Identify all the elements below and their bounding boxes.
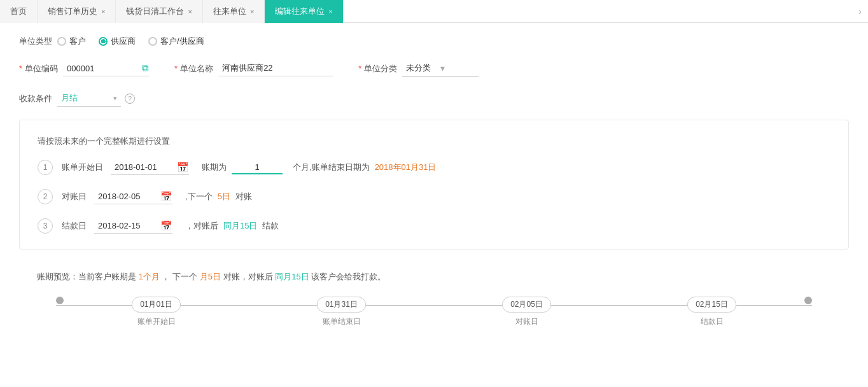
unit-type-label: 单位类型: [19, 36, 52, 47]
tab-sales-history[interactable]: 销售订单历史 ×: [38, 0, 116, 23]
preview-label: 账期预览：当前客户账期是: [37, 272, 136, 281]
step-3-desc-highlight: 同月15日: [223, 220, 257, 232]
unit-code-input-wrap: ⧉: [63, 61, 149, 76]
payment-condition-row: 收款条件 月结 ▾ ?: [19, 90, 849, 107]
radio-supplier-label: 供应商: [111, 36, 136, 47]
payment-condition-dropdown[interactable]: 月结 ▾: [57, 90, 121, 107]
arrow-right-icon: ›: [858, 6, 862, 17]
step-2-num: 2: [38, 189, 53, 204]
unit-name-label: 单位名称: [180, 63, 213, 74]
tab-bar: 首页 销售订单历史 × 钱货日清工作台 × 往来单位 × 编辑往来单位 × ›: [0, 0, 868, 23]
step-1-date-input[interactable]: [111, 160, 174, 174]
timeline: 01月01日 账单开始日 01月31日 账单结束日 02月05日 对账日 02月…: [37, 297, 831, 327]
tab-home[interactable]: 首页: [0, 0, 38, 23]
preview-payment-date: 同月15日: [275, 272, 309, 281]
unit-name-star: *: [174, 64, 178, 73]
step-3-date-input[interactable]: [94, 218, 158, 233]
unit-type-radio-group: 客户 供应商 客户/供应商: [57, 36, 204, 47]
preview-sep1: ，: [162, 272, 170, 281]
timeline-end-dot: [804, 297, 812, 308]
tab-partners-label: 往来单位: [213, 6, 246, 17]
preview-next-prefix: 下一个: [172, 272, 197, 281]
radio-customer-circle: [57, 37, 66, 46]
payment-condition-value: 月结: [61, 92, 111, 104]
timeline-label-2: 账单结束日: [323, 316, 361, 327]
step-1-row: 1 账单开始日 📅 账期为 个月,账单结束日期为 2018年01月31日: [38, 160, 830, 175]
step-1-label: 账单开始日: [62, 162, 103, 173]
unit-code-label: 单位编码: [25, 63, 58, 74]
timeline-end-circle: [804, 297, 812, 304]
radio-customer-label: 客户: [69, 36, 86, 47]
tab-sales-history-label: 销售订单历史: [48, 6, 97, 17]
tab-edit-partner-label: 编辑往来单位: [275, 6, 325, 17]
payment-condition-label: 收款条件: [19, 93, 52, 104]
radio-supplier[interactable]: 供应商: [99, 36, 136, 47]
unit-code-group: * 单位编码 ⧉: [19, 61, 149, 76]
tab-more-arrow[interactable]: ›: [852, 0, 868, 22]
preview-text: 账期预览：当前客户账期是 1个月 ， 下一个 月5日 对账，对账后 同月15日 …: [37, 271, 831, 283]
step-2-date-input[interactable]: [94, 189, 158, 204]
timeline-label-3: 对账日: [515, 316, 538, 327]
timeline-node-1: 01月01日: [132, 297, 181, 313]
timeline-node-2: 01月31日: [317, 297, 366, 313]
tab-sales-history-close[interactable]: ×: [101, 8, 105, 15]
preview-section: 账期预览：当前客户账期是 1个月 ， 下一个 月5日 对账，对账后 同月15日 …: [19, 261, 849, 337]
step-2-desc-after: 对账: [235, 191, 252, 202]
timeline-point-3: 02月05日 对账日: [434, 297, 619, 327]
timeline-point-1: 01月01日 账单开始日: [64, 297, 249, 327]
tab-cashflow-label: 钱货日清工作台: [126, 6, 184, 17]
step-1-num: 1: [38, 160, 53, 175]
timeline-point-4: 02月15日 结款日: [619, 297, 804, 327]
step-1-middle-text: 账期为: [202, 162, 227, 173]
unit-classify-value: 未分类: [406, 62, 440, 74]
step-1-date-wrap: 📅: [111, 160, 189, 175]
step-2-desc-highlight: 5日: [218, 191, 230, 202]
preview-period: 1个月: [139, 272, 160, 281]
step-3-label: 结款日: [62, 220, 87, 232]
unit-name-input[interactable]: [218, 61, 333, 76]
code-name-classify-row: * 单位编码 ⧉ * 单位名称 * 单位分类 未分类 ▾: [19, 60, 849, 77]
tab-cashflow-close[interactable]: ×: [188, 8, 192, 15]
step-2-desc-before: ,下一个: [185, 191, 213, 202]
tab-partners[interactable]: 往来单位 ×: [203, 0, 265, 23]
step-1-calendar-icon[interactable]: 📅: [177, 162, 189, 173]
step-2-date-wrap: 📅: [94, 189, 172, 204]
step-3-desc-after: 结款: [262, 220, 279, 232]
step-2-calendar-icon[interactable]: 📅: [160, 191, 172, 202]
radio-both[interactable]: 客户/供应商: [148, 36, 204, 47]
unit-name-group: * 单位名称: [174, 61, 333, 76]
timeline-start-circle: [56, 297, 64, 304]
radio-customer[interactable]: 客户: [57, 36, 86, 47]
unit-code-input[interactable]: [63, 61, 139, 76]
step-1-end-date: 2018年01月31日: [375, 162, 437, 173]
timeline-start-dot: [56, 297, 64, 308]
settings-title: 请按照未来的一个完整帐期进行设置: [38, 136, 830, 147]
tab-edit-partner[interactable]: 编辑往来单位 ×: [265, 0, 343, 23]
tab-cashflow[interactable]: 钱货日清工作台 ×: [116, 0, 202, 23]
timeline-label-1: 账单开始日: [137, 316, 176, 327]
step-1-period-input[interactable]: [232, 161, 283, 174]
timeline-node-4: 02月15日: [687, 297, 736, 313]
timeline-point-2: 01月31日 账单结束日: [249, 297, 434, 327]
settings-box: 请按照未来的一个完整帐期进行设置 1 账单开始日 📅 账期为 个月,账单结束日期…: [19, 120, 849, 250]
step-3-desc-before: ，对账后: [185, 220, 218, 232]
step-2-row: 2 对账日 📅 ,下一个 5日 对账: [38, 189, 830, 204]
radio-supplier-circle: [99, 37, 108, 46]
unit-classify-dropdown[interactable]: 未分类 ▾: [402, 60, 479, 77]
payment-chevron-icon: ▾: [113, 94, 117, 102]
preview-suffix: 该客户会给我打款。: [311, 272, 386, 281]
unit-classify-star: *: [358, 64, 361, 73]
tab-edit-partner-close[interactable]: ×: [328, 8, 332, 15]
unit-code-copy-icon[interactable]: ⧉: [142, 62, 149, 74]
step-3-num: 3: [38, 218, 53, 234]
tab-home-label: 首页: [10, 6, 27, 17]
timeline-label-4: 结款日: [701, 316, 724, 327]
radio-both-label: 客户/供应商: [160, 36, 204, 47]
step-3-row: 3 结款日 📅 ，对账后 同月15日 结款: [38, 218, 830, 234]
payment-help-icon[interactable]: ?: [125, 94, 135, 104]
preview-reconcile: 对账，对账后: [223, 272, 273, 281]
tab-partners-close[interactable]: ×: [250, 8, 254, 15]
radio-both-circle: [148, 37, 157, 46]
main-content: 单位类型 客户 供应商 客户/供应商 * 单位编码 ⧉: [0, 23, 868, 387]
step-3-calendar-icon[interactable]: 📅: [160, 220, 172, 232]
